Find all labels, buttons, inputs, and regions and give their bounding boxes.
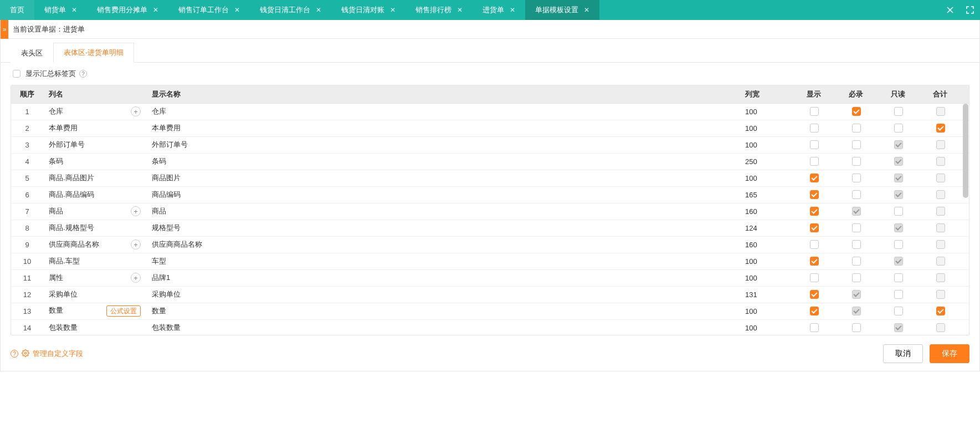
footer-help-icon[interactable]: ? (11, 350, 18, 358)
show-checkbox[interactable] (810, 140, 819, 149)
cell-width[interactable]: 160 (740, 236, 793, 253)
top-tab[interactable]: 钱货日清对账✕ (331, 0, 406, 20)
required-checkbox[interactable] (852, 124, 861, 133)
show-checkbox[interactable] (810, 157, 819, 166)
required-checkbox[interactable] (852, 223, 861, 232)
table-row[interactable]: 14包装数量包装数量100 (11, 319, 969, 335)
show-summary-checkbox[interactable] (13, 70, 20, 78)
required-checkbox[interactable] (852, 323, 861, 332)
top-tab[interactable]: 销售排行榜✕ (406, 0, 473, 20)
add-icon[interactable]: + (131, 240, 141, 249)
formula-settings-button[interactable]: 公式设置 (106, 305, 141, 317)
cell-width[interactable]: 165 (740, 186, 793, 203)
cell-display[interactable]: 商品 (146, 203, 740, 220)
required-checkbox[interactable] (852, 157, 861, 166)
show-checkbox[interactable] (810, 273, 819, 282)
top-tab[interactable]: 首页 (0, 0, 34, 20)
close-icon[interactable]: ✕ (457, 6, 463, 14)
table-row[interactable]: 13数量公式设置数量100 (11, 303, 969, 319)
show-checkbox[interactable] (810, 307, 819, 315)
help-icon[interactable]: ? (79, 70, 87, 78)
table-row[interactable]: 2本单费用本单费用100 (11, 120, 969, 136)
table-row[interactable]: 9供应商商品名称+供应商商品名称160 (11, 236, 969, 253)
cell-width[interactable]: 100 (740, 319, 793, 335)
show-checkbox[interactable] (810, 124, 819, 133)
show-checkbox[interactable] (810, 107, 819, 116)
cell-width[interactable]: 131 (740, 286, 793, 303)
cell-display[interactable]: 外部订单号 (146, 136, 740, 153)
cell-width[interactable]: 100 (740, 170, 793, 186)
cell-display[interactable]: 规格型号 (146, 220, 740, 236)
show-checkbox[interactable] (810, 290, 819, 299)
section-tab[interactable]: 表体区-进货单明细 (53, 43, 134, 63)
cell-display[interactable]: 条码 (146, 153, 740, 170)
fullscreen-icon[interactable] (960, 0, 980, 20)
readonly-checkbox[interactable] (894, 307, 903, 315)
table-row[interactable]: 11属性+品牌1100 (11, 269, 969, 286)
manage-custom-fields-link[interactable]: 管理自定义字段 (33, 349, 83, 359)
required-checkbox[interactable] (852, 273, 861, 282)
total-checkbox[interactable] (936, 307, 945, 315)
cell-width[interactable]: 100 (740, 269, 793, 286)
top-tab[interactable]: 销货单✕ (34, 0, 87, 20)
cancel-button[interactable]: 取消 (883, 344, 923, 363)
table-row[interactable]: 7商品+商品160 (11, 203, 969, 220)
cell-display[interactable]: 数量 (146, 303, 740, 319)
top-tab[interactable]: 销售费用分摊单✕ (87, 0, 168, 20)
required-checkbox[interactable] (852, 174, 861, 182)
close-icon[interactable]: ✕ (153, 6, 158, 14)
readonly-checkbox[interactable] (894, 207, 903, 216)
close-icon[interactable]: ✕ (510, 6, 515, 14)
required-checkbox[interactable] (852, 190, 861, 199)
close-icon[interactable]: ✕ (71, 6, 77, 14)
required-checkbox[interactable] (852, 140, 861, 149)
top-tab[interactable]: 进货单✕ (473, 0, 525, 20)
table-row[interactable]: 3外部订单号外部订单号100 (11, 136, 969, 153)
cell-width[interactable]: 250 (740, 153, 793, 170)
cell-width[interactable]: 124 (740, 220, 793, 236)
cell-display[interactable]: 商品编码 (146, 186, 740, 203)
top-tab[interactable]: 销售订单工作台✕ (168, 0, 250, 20)
top-tab[interactable]: 钱货日清工作台✕ (250, 0, 331, 20)
table-row[interactable]: 4条码条码250 (11, 153, 969, 170)
show-checkbox[interactable] (810, 257, 819, 266)
table-scrollarea[interactable]: 顺序 列名 显示名称 列宽 显示 必录 只读 合计 1仓库+仓库1002本单费用… (11, 85, 969, 335)
cell-width[interactable]: 100 (740, 303, 793, 319)
cell-display[interactable]: 仓库 (146, 103, 740, 120)
required-checkbox[interactable] (852, 257, 861, 266)
collapse-toggle-icon[interactable]: » (1, 20, 8, 39)
show-checkbox[interactable] (810, 207, 819, 216)
show-checkbox[interactable] (810, 240, 819, 249)
close-icon[interactable]: ✕ (316, 6, 321, 14)
required-checkbox[interactable] (852, 107, 861, 116)
save-button[interactable]: 保存 (930, 344, 969, 363)
top-tab[interactable]: 单据模板设置✕ (525, 0, 599, 20)
show-checkbox[interactable] (810, 190, 819, 199)
cell-display[interactable]: 车型 (146, 253, 740, 269)
vertical-scrollbar-thumb[interactable] (963, 104, 968, 198)
readonly-checkbox[interactable] (894, 273, 903, 282)
close-icon[interactable]: ✕ (390, 6, 396, 14)
cell-display[interactable]: 包装数量 (146, 319, 740, 335)
required-checkbox[interactable] (852, 240, 861, 249)
section-tab[interactable]: 表头区 (11, 43, 53, 63)
close-icon[interactable]: ✕ (234, 6, 240, 14)
cell-display[interactable]: 本单费用 (146, 120, 740, 136)
show-checkbox[interactable] (810, 174, 819, 182)
cell-width[interactable]: 100 (740, 253, 793, 269)
show-checkbox[interactable] (810, 323, 819, 332)
cell-display[interactable]: 品牌1 (146, 269, 740, 286)
cell-display[interactable]: 商品图片 (146, 170, 740, 186)
show-checkbox[interactable] (810, 223, 819, 232)
table-row[interactable]: 12采购单位采购单位131 (11, 286, 969, 303)
readonly-checkbox[interactable] (894, 240, 903, 249)
cell-width[interactable]: 100 (740, 136, 793, 153)
cell-width[interactable]: 100 (740, 120, 793, 136)
cell-display[interactable]: 采购单位 (146, 286, 740, 303)
readonly-checkbox[interactable] (894, 107, 903, 116)
readonly-checkbox[interactable] (894, 124, 903, 133)
cell-width[interactable]: 160 (740, 203, 793, 220)
gear-icon[interactable] (22, 349, 29, 359)
table-row[interactable]: 5商品.商品图片商品图片100 (11, 170, 969, 186)
cell-display[interactable]: 供应商商品名称 (146, 236, 740, 253)
